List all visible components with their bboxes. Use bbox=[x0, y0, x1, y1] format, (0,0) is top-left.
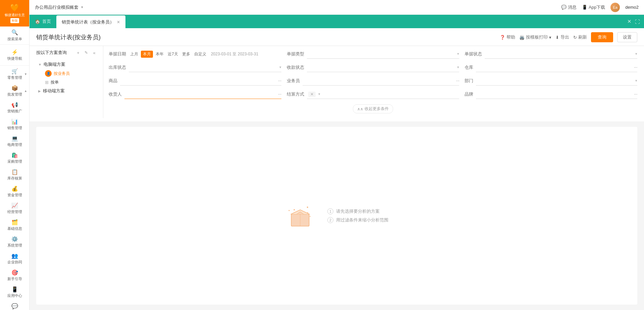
out-status-dropdown-icon: ▾ bbox=[279, 65, 281, 69]
sidebar-item-marketing[interactable]: 📢 营销推广 bbox=[0, 99, 29, 116]
scheme-add-btn[interactable]: + bbox=[75, 49, 82, 56]
ecom-icon: 💻 bbox=[11, 135, 18, 142]
sidebar-item-ecom[interactable]: 💻 电商管理 bbox=[0, 133, 29, 150]
sidebar-item-corp-wechat[interactable]: 💬 企业微信 bbox=[0, 301, 29, 310]
brand-label: 品牌 bbox=[465, 91, 473, 97]
out-status-label: 出库状态 bbox=[109, 64, 126, 70]
sales-icon: 📊 bbox=[11, 118, 18, 125]
date-tab-this-year[interactable]: 本年 bbox=[154, 51, 165, 57]
payment-input[interactable]: ✕ ▾ bbox=[307, 90, 460, 99]
pc-tree-arrow: ▼ bbox=[38, 63, 42, 66]
sidebar-search-section[interactable]: 🔍 搜索菜单 bbox=[0, 27, 29, 45]
purchase-icon: 🛍️ bbox=[11, 152, 18, 158]
scheme-node-by-staff[interactable]: 👤 按业务员 bbox=[43, 69, 98, 78]
empty-state-icon: ✦ ✦ ✦ bbox=[285, 202, 315, 229]
sidebar-item-label: 资金管理 bbox=[7, 193, 22, 198]
user-avatar[interactable]: Ea bbox=[610, 3, 620, 12]
dept-input[interactable]: ▾ bbox=[476, 76, 637, 86]
export-btn[interactable]: ⬇ 导出 bbox=[555, 34, 569, 40]
print-icon: 🖨️ bbox=[519, 35, 525, 40]
app-center-icon: 📱 bbox=[11, 286, 18, 293]
date-tab-this-month[interactable]: 本月 bbox=[141, 51, 153, 58]
page-header: 销货单统计表(按业务员) ❓ 帮助 🖨️ 按模板打印 ▾ ⬇ 导出 bbox=[30, 28, 644, 46]
user-avatar-label: Ea bbox=[613, 5, 618, 9]
brand-dots-icon: ··· bbox=[634, 91, 637, 97]
collapse-btn[interactable]: ∧∧ 收起更多条件 bbox=[353, 104, 393, 113]
export-label: 导出 bbox=[560, 34, 569, 40]
warehouse-input[interactable]: ··· bbox=[476, 63, 637, 72]
doc-status-label: 单据状态 bbox=[465, 51, 482, 57]
app-download-btn[interactable]: 📱 App下载 bbox=[582, 4, 605, 10]
tab-close-btn[interactable]: ✕ bbox=[117, 20, 120, 24]
sidebar-item-ops[interactable]: 📈 经营管理 bbox=[0, 200, 29, 217]
header-dropdown-icon[interactable]: ▾ bbox=[81, 5, 83, 9]
date-tab-7days[interactable]: 近7天 bbox=[166, 51, 179, 57]
refresh-btn[interactable]: ↻ 刷新 bbox=[573, 34, 587, 40]
sidebar-item-newbie[interactable]: 🎯 新手引导 bbox=[0, 267, 29, 284]
doc-status-input[interactable]: ▾ bbox=[485, 49, 637, 59]
sidebar-item-label: 库存核算 bbox=[7, 176, 22, 181]
staff-input[interactable]: ··· bbox=[303, 76, 460, 86]
sidebar-item-purchase[interactable]: 🛍️ 采购管理 bbox=[0, 150, 29, 166]
sidebar-item-quick-nav[interactable]: ⚡ 快捷导航 bbox=[0, 47, 29, 63]
out-status-input[interactable]: ▾ bbox=[129, 63, 281, 72]
empty-state-content: ✦ ✦ ✦ 1 请先选择要分析的方案 bbox=[285, 202, 388, 229]
tab-close-all-btn[interactable]: ✕ bbox=[627, 18, 632, 24]
scheme-panel-title: 按以下方案查询 bbox=[36, 50, 67, 56]
tab-home[interactable]: 🏠 首页 bbox=[30, 15, 56, 28]
sidebar-item-label: 营销推广 bbox=[7, 109, 22, 114]
scheme-node-by-order[interactable]: ⊞ 按单 bbox=[43, 78, 98, 87]
date-tab-last-month[interactable]: 上月 bbox=[129, 51, 140, 57]
scheme-node-pc[interactable]: ▼ 电脑端方案 bbox=[36, 60, 98, 69]
print-btn[interactable]: 🖨️ 按模板打印 ▾ bbox=[519, 34, 551, 40]
brand-input[interactable]: ··· bbox=[476, 90, 637, 99]
receipt-status-dropdown-icon: ▾ bbox=[457, 65, 459, 69]
goods-input[interactable]: ··· bbox=[120, 76, 281, 86]
payment-tag-close-btn[interactable]: ✕ bbox=[310, 92, 314, 97]
data-area: ✦ ✦ ✦ 1 请先选择要分析的方案 bbox=[30, 121, 644, 310]
corp-wechat-icon: 💬 bbox=[11, 303, 18, 309]
sidebar-item-label: 零售管理 bbox=[7, 75, 22, 80]
sidebar-item-system[interactable]: ⚙️ 系统管理 bbox=[0, 234, 29, 250]
receipt-status-input[interactable]: ▾ bbox=[307, 63, 460, 72]
svg-point-5 bbox=[293, 209, 295, 210]
date-tab-more[interactable]: 更多 bbox=[181, 51, 192, 57]
sidebar-item-wholesale[interactable]: 📦 批发管理 ▲ bbox=[0, 83, 29, 99]
scheme-edit-btn[interactable]: ✎ bbox=[83, 49, 90, 56]
sidebar-item-label: 经营管理 bbox=[7, 209, 22, 214]
sidebar-item-sales[interactable]: 📊 销售管理 bbox=[0, 116, 29, 133]
quick-nav-icon: ⚡ bbox=[11, 49, 18, 55]
consignee-input[interactable]: ··· bbox=[124, 90, 281, 99]
sidebar-item-inventory[interactable]: 📋 库存核算 bbox=[0, 166, 29, 183]
ops-icon: 📈 bbox=[11, 202, 18, 209]
help-btn[interactable]: ❓ 帮助 bbox=[500, 34, 515, 40]
sidebar-item-basic[interactable]: 🗂️ 基础信息 bbox=[0, 217, 29, 234]
settings-button[interactable]: 设置 bbox=[617, 32, 637, 42]
filter-field-doc-status: 单据状态 ▾ bbox=[465, 49, 637, 59]
sidebar-item-retail[interactable]: 🛒 零售管理 ▼ bbox=[0, 66, 29, 83]
sidebar-item-corp[interactable]: 👥 企业协同 bbox=[0, 250, 29, 267]
app-download-icon: 📱 bbox=[582, 5, 587, 10]
add-icon: + bbox=[77, 50, 79, 55]
doc-type-input[interactable]: ▾ bbox=[307, 49, 460, 59]
pc-node-label: 电脑端方案 bbox=[44, 61, 65, 67]
doc-type-label: 单据类型 bbox=[287, 51, 304, 57]
query-button[interactable]: 查询 bbox=[591, 32, 613, 42]
scheme-node-mobile[interactable]: ▶ 移动端方案 bbox=[36, 87, 98, 95]
home-icon: 🏠 bbox=[35, 19, 40, 24]
message-btn[interactable]: 💬 消息 bbox=[561, 4, 577, 10]
print-label: 按模板打印 bbox=[526, 34, 548, 40]
help-icon: ❓ bbox=[500, 35, 505, 40]
scheme-collapse-btn[interactable]: « bbox=[91, 49, 98, 56]
refresh-icon: ↻ bbox=[573, 35, 577, 40]
receipt-status-label: 收款状态 bbox=[287, 64, 304, 70]
search-icon: 🔍 bbox=[11, 29, 18, 36]
filter-row-4: 收货人 ··· 结算方式 ✕ ▾ bbox=[109, 90, 637, 99]
tab-maximize-btn[interactable]: ⛶ bbox=[635, 19, 640, 24]
sidebar-item-app-center[interactable]: 📱 应用中心 bbox=[0, 284, 29, 301]
date-tab-custom[interactable]: 自定义 bbox=[193, 51, 208, 57]
date-range-display: 2023-03-01 至 2023-03-31 bbox=[211, 51, 258, 57]
tab-sales-stat[interactable]: 销货单统计表（按业务员） ✕ bbox=[56, 15, 125, 29]
sidebar-item-finance[interactable]: 💰 资金管理 bbox=[0, 183, 29, 200]
warehouse-label: 仓库 bbox=[465, 64, 473, 70]
